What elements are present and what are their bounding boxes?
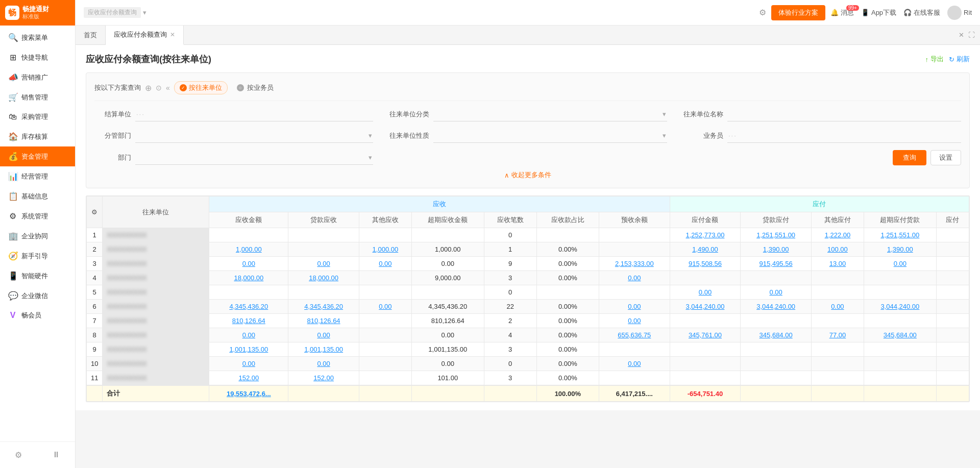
table-cell[interactable]: 0.00: [359, 257, 411, 271]
table-cell[interactable]: 0.00: [864, 257, 936, 271]
sidebar-item-system[interactable]: ⚙ 系统管理: [0, 206, 75, 226]
table-settings-header[interactable]: ⚙: [87, 196, 103, 228]
sidebar-item-member[interactable]: V 畅会员: [0, 306, 75, 325]
table-cell[interactable]: 0.00: [599, 314, 670, 328]
tab-maximize-icon[interactable]: ⛶: [968, 31, 975, 39]
download-btn[interactable]: 📱 App下载: [861, 8, 896, 17]
service-btn[interactable]: 🎧 在线客服: [903, 8, 940, 17]
sidebar-item-nav[interactable]: ⊞ 快捷导航: [0, 47, 75, 67]
table-cell[interactable]: 0.00: [599, 357, 670, 371]
col-ap-loan: 贷款应付: [741, 212, 812, 228]
collapse-icon: ∧: [504, 171, 509, 179]
scheme-settings-icon[interactable]: ⊙: [156, 84, 162, 92]
table-cell[interactable]: 1,222.00: [811, 228, 864, 242]
sidebar-item-search[interactable]: 🔍 搜索菜单: [0, 28, 75, 47]
table-cell[interactable]: 655,636.75: [599, 328, 670, 342]
table-cell[interactable]: 1,252,773.00: [670, 228, 741, 242]
table-cell[interactable]: 1,001,135.00: [209, 342, 288, 357]
export-btn[interactable]: ↑ 导出: [925, 55, 944, 64]
table-cell[interactable]: 1,390.00: [741, 242, 812, 257]
table-cell[interactable]: 345,684.00: [741, 328, 812, 342]
table-cell[interactable]: 3,044,240.00: [864, 300, 936, 314]
sidebar-item-marketing[interactable]: 📣 营销推广: [0, 67, 75, 87]
sidebar-item-basic[interactable]: 📋 基础信息: [0, 186, 75, 206]
table-cell[interactable]: 0.00: [209, 257, 288, 271]
tab-home[interactable]: 首页: [76, 26, 106, 45]
table-cell[interactable]: 3,044,240.00: [670, 300, 741, 314]
sidebar-item-wechat[interactable]: 💬 企业微信: [0, 286, 75, 306]
promo-button[interactable]: 体验行业方案: [771, 5, 825, 20]
table-cell[interactable]: 152.00: [288, 371, 359, 386]
table-cell[interactable]: 1,490.00: [670, 242, 741, 257]
col-ar-other: 其他应收: [359, 212, 411, 228]
refresh-btn[interactable]: ↻ 刷新: [949, 55, 970, 64]
table-cell[interactable]: 0.00: [209, 357, 288, 371]
sidebar-item-finance[interactable]: 💰 资金管理: [0, 146, 75, 166]
sidebar-item-purchase[interactable]: 🛍 采购管理: [0, 107, 75, 127]
table-cell[interactable]: 13.00: [811, 257, 864, 271]
select-subdept[interactable]: ▾: [135, 151, 373, 165]
table-cell[interactable]: 0.00: [359, 300, 411, 314]
table-cell[interactable]: 0.00: [288, 357, 359, 371]
sidebar-settings-btn[interactable]: ⚙: [10, 447, 27, 463]
collapse-btn[interactable]: ∧ 收起更多条件: [504, 170, 551, 180]
table-cell[interactable]: 1,251,551.00: [864, 228, 936, 242]
table-cell[interactable]: 0.00: [599, 300, 670, 314]
table-cell[interactable]: 810,126.64: [288, 314, 359, 328]
table-cell[interactable]: 915,508.56: [670, 257, 741, 271]
set-button[interactable]: 设置: [930, 150, 961, 165]
gear-icon[interactable]: ⚙: [759, 8, 766, 17]
scheme-chip-partner[interactable]: ✓ 按往来单位: [174, 81, 228, 94]
select-dept[interactable]: ▾: [135, 129, 373, 143]
table-cell[interactable]: 1,001,135.00: [288, 342, 359, 357]
sidebar-item-hardware[interactable]: 📱 智能硬件: [0, 266, 75, 286]
table-cell[interactable]: 0.00: [599, 271, 670, 285]
table-cell[interactable]: 18,000.00: [209, 271, 288, 285]
select-partner-nature[interactable]: ▾: [433, 129, 667, 143]
table-cell[interactable]: 1,251,551.00: [741, 228, 812, 242]
table-cell[interactable]: 100.00: [811, 242, 864, 257]
table-cell[interactable]: 3,044,240.00: [741, 300, 812, 314]
table-cell[interactable]: 4,345,436.20: [288, 300, 359, 314]
table-cell[interactable]: 1,000.00: [209, 242, 288, 257]
sidebar-item-inventory[interactable]: 🏠 库存核算: [0, 127, 75, 146]
table-cell[interactable]: 0.00: [209, 328, 288, 342]
footer-ar-total[interactable]: 19,553,472,6...: [209, 385, 288, 402]
sidebar-item-guide[interactable]: 🧭 新手引导: [0, 246, 75, 266]
sidebar-item-management[interactable]: 📊 经营管理: [0, 166, 75, 186]
table-cell[interactable]: 0.00: [811, 300, 864, 314]
input-salesman[interactable]: ···: [727, 129, 961, 143]
sidebar-item-enterprise[interactable]: 🏢 企业协同: [0, 226, 75, 246]
table-cell[interactable]: 0.00: [741, 285, 812, 300]
user-avatar-area[interactable]: Rit: [947, 6, 972, 20]
sidebar-item-sales[interactable]: 🛒 销售管理: [0, 87, 75, 107]
scheme-arrow-icon[interactable]: «: [166, 84, 170, 92]
tab-close-all-icon[interactable]: ✕: [959, 31, 964, 39]
table-cell[interactable]: 345,761.00: [670, 328, 741, 342]
add-scheme-icon[interactable]: ⊕: [145, 83, 152, 93]
table-cell: [936, 342, 969, 357]
table-cell[interactable]: 18,000.00: [288, 271, 359, 285]
table-cell[interactable]: 915,495.56: [741, 257, 812, 271]
query-button[interactable]: 查询: [893, 150, 926, 165]
table-cell[interactable]: 810,126.64: [209, 314, 288, 328]
table-cell[interactable]: 77.00: [811, 328, 864, 342]
scheme-chip-salesman[interactable]: ○ 按业务员: [232, 82, 279, 94]
table-cell: 0: [484, 285, 536, 300]
input-partner-name[interactable]: [727, 107, 961, 121]
table-cell[interactable]: 345,684.00: [864, 328, 936, 342]
input-settlement[interactable]: ···: [135, 107, 373, 121]
sidebar-collapse-btn[interactable]: ⏸: [47, 447, 65, 463]
table-cell[interactable]: 0.00: [670, 285, 741, 300]
tab-query[interactable]: 应收应付余额查询 ✕: [106, 26, 184, 45]
table-cell[interactable]: 1,390.00: [864, 242, 936, 257]
table-cell[interactable]: 1,000.00: [359, 242, 411, 257]
table-cell[interactable]: 4,345,436.20: [209, 300, 288, 314]
table-cell[interactable]: 2,153,333.00: [599, 257, 670, 271]
select-partner-type[interactable]: ▾: [433, 107, 667, 121]
notification-btn[interactable]: 🔔 消息 99+: [830, 8, 854, 17]
table-cell[interactable]: 0.00: [288, 257, 359, 271]
table-cell[interactable]: 0.00: [288, 328, 359, 342]
table-cell[interactable]: 152.00: [209, 371, 288, 386]
tab-close-icon[interactable]: ✕: [170, 31, 175, 38]
